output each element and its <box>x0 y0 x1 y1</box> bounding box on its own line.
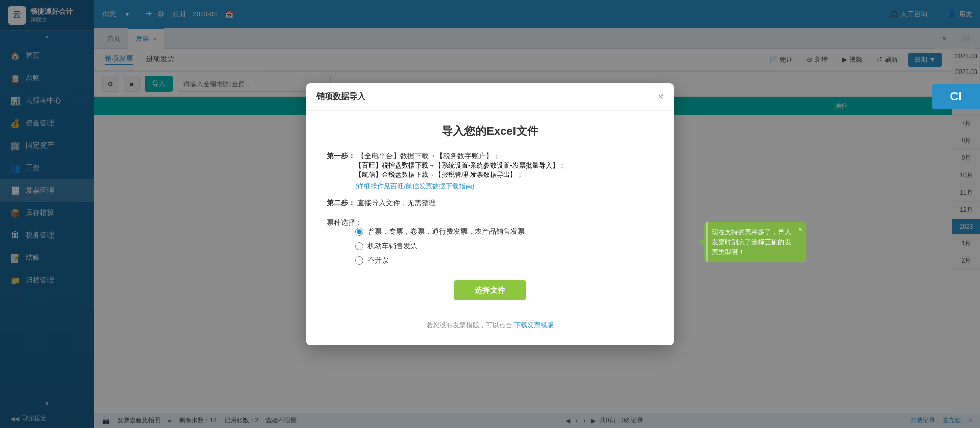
select-file-btn[interactable]: 选择文件 <box>454 280 526 300</box>
step1-row: 第一步： 【全电平台】数据下载→【税务数字账户】； 【百旺】税控盘数据下载→【系… <box>327 152 653 191</box>
tooltip-text: 现在支持的票种多了，导入发票时别忘了选择正确的发票类型呀！ <box>712 228 791 256</box>
step1-label: 第一步： <box>327 152 355 160</box>
ci-badge: CI <box>932 84 980 109</box>
radio-group: 普票，专票，卷票，通行费发票，农产品销售发票 现在支持的票种多了，导入发票时别忘… <box>355 227 653 265</box>
radio-item-2[interactable]: 机动车销售发票 <box>355 242 653 251</box>
step1-line1: 【百旺】税控盘数据下载→【系统设置-系统参数设置-发票批量导入】； <box>355 161 653 170</box>
step2-label: 第二步： <box>327 199 355 207</box>
step1-guide-link[interactable]: (详细操作见百旺/航信发票数据下载指南) <box>355 182 474 190</box>
radio-input-3[interactable] <box>355 256 363 265</box>
footer-text: 若您没有发票模版，可以点击 <box>426 321 512 329</box>
ticket-section: 票种选择： 普票，专票，卷票，通行费发票，农产品销售发票 <box>327 218 653 265</box>
modal-footer: 若您没有发票模版，可以点击 下载发票模版 <box>306 321 674 330</box>
modal-dialog: 销项数据导入 × 导入您的Excel文件 第一步： 【全电平台】数据下载→【税务… <box>306 83 674 345</box>
modal-btn-row: 选择文件 <box>327 280 653 300</box>
radio-label-2: 机动车销售发票 <box>368 242 418 251</box>
ticket-label: 票种选择： <box>327 218 362 226</box>
modal-close-btn[interactable]: × <box>658 91 664 102</box>
radio-item-1[interactable]: 普票，专票，卷票，通行费发票，农产品销售发票 现在支持的票种多了，导入发票时别忘… <box>355 227 653 236</box>
modal-main-title: 导入您的Excel文件 <box>327 124 653 139</box>
radio-label-1: 普票，专票，卷票，通行费发票，农产品销售发票 <box>368 227 525 236</box>
step1-line2: 【航信】金税盘数据下载→【报税管理-发票数据导出】； <box>355 170 653 179</box>
step2-content: 直接导入文件，无需整理 <box>357 199 436 207</box>
radio-item-3[interactable]: 不开票 <box>355 256 653 265</box>
radio-input-1[interactable] <box>355 228 363 236</box>
modal-overlay: 销项数据导入 × 导入您的Excel文件 第一步： 【全电平台】数据下载→【税务… <box>0 0 980 428</box>
modal-body: 导入您的Excel文件 第一步： 【全电平台】数据下载→【税务数字账户】； 【百… <box>306 111 674 313</box>
modal-title: 销项数据导入 <box>316 91 365 102</box>
radio-label-3: 不开票 <box>368 256 389 265</box>
download-template-link[interactable]: 下载发票模版 <box>514 321 554 329</box>
step2-row: 第二步： 直接导入文件，无需整理 <box>327 199 653 208</box>
modal-header: 销项数据导入 × <box>306 83 674 111</box>
step1-line0: 【全电平台】数据下载→【税务数字账户】； <box>357 152 500 160</box>
tooltip-close[interactable]: × <box>798 224 802 235</box>
radio-input-2[interactable] <box>355 242 363 250</box>
